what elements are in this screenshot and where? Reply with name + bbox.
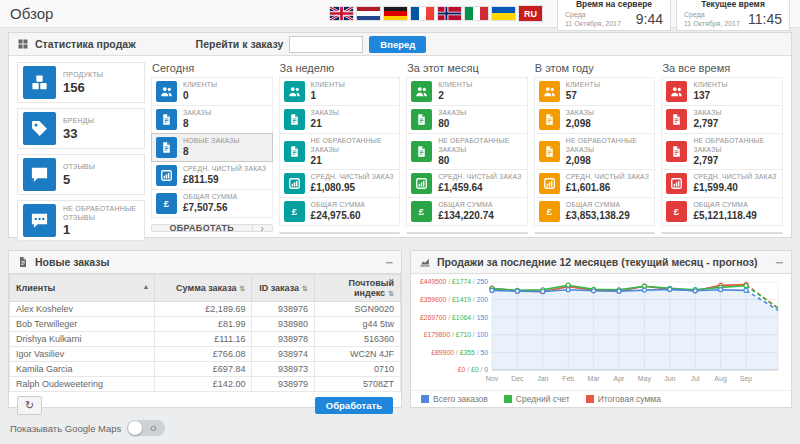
customers-icon (539, 81, 560, 102)
new-orders-title: Новые заказы (35, 256, 110, 268)
order-amount: £142.00 (154, 377, 252, 392)
collapse-icon[interactable]: − (385, 256, 393, 269)
total-brands[interactable]: БРЕНДЫ33 (17, 108, 145, 149)
stat-value: 80 (438, 155, 523, 167)
stat-orders[interactable]: ЗАКАЗЫ2,797 (661, 105, 783, 134)
stat-value: 2,797 (693, 118, 721, 130)
order-id: 938973 (252, 362, 315, 377)
stat-orders[interactable]: ЗАКАЗЫ2,098 (534, 105, 656, 134)
svg-text:£269700 / £1064 / 150: £269700 / £1064 / 150 (420, 314, 488, 321)
stat-text: НЕ ОБРАБОТАННЫЕ ЗАКАЗЫ2,797 (693, 137, 778, 166)
stat-avg-order[interactable]: СРЕДН. ЧИСТЫЙ ЗАКАЗ£1,459.64 (406, 169, 528, 198)
flag-no[interactable] (438, 7, 461, 20)
stat-orders[interactable]: ЗАКАЗЫ8 (151, 105, 273, 134)
stat-total-sum[interactable]: £ОБЩАЯ СУММА£7,507.56 (151, 189, 273, 218)
stat-label: СРЕДН. ЧИСТЫЙ ЗАКАЗ (311, 173, 394, 182)
svg-text:May: May (638, 375, 652, 383)
goto-order-button[interactable]: Вперед (369, 36, 426, 53)
stat-unprocessed-orders[interactable]: НЕ ОБРАБОТАННЫЕ ЗАКАЗЫ2,797 (661, 133, 783, 170)
period-action-button[interactable]: ПРОСМОТРЕТЬ› (534, 232, 656, 234)
column-header-0[interactable]: Клиенты▴ (10, 275, 155, 302)
stat-customers[interactable]: КЛИЕНТЫ2 (406, 77, 528, 106)
stat-avg-order[interactable]: СРЕДН. ЧИСТЫЙ ЗАКАЗ£1,599.40 (661, 169, 783, 198)
column-header-1[interactable]: Сумма заказа⇅ (154, 275, 252, 302)
total-products[interactable]: ПРОДУКТЫ156 (17, 62, 145, 103)
svg-text:£: £ (419, 206, 425, 217)
refresh-icon[interactable]: ↻ (17, 396, 42, 415)
svg-text:Nov: Nov (486, 375, 499, 382)
total-reviews[interactable]: ОТЗЫВЫ5 (17, 154, 145, 195)
period-title: В этом году (534, 62, 656, 78)
stat-avg-order[interactable]: СРЕДН. ЧИСТЫЙ ЗАКАЗ£1,080.95 (279, 169, 401, 198)
svg-text:£89900 / £355 / 50: £89900 / £355 / 50 (431, 349, 488, 356)
flag-ua[interactable] (492, 7, 515, 20)
stat-text: НЕ ОБРАБОТАННЫЕ ЗАКАЗЫ80 (438, 137, 523, 166)
column-header-3[interactable]: Почтовый индекс⇅ (314, 275, 400, 302)
order-row: Igor Vasiliev£766.08938974WC2N 4JF (10, 347, 401, 362)
flag-en-gb[interactable] (330, 7, 353, 20)
stat-customers[interactable]: КЛИЕНТЫ137 (661, 77, 783, 106)
stat-total-sum[interactable]: £ОБЩАЯ СУММА£24,975.60 (279, 197, 401, 226)
order-amount: £766.08 (154, 347, 252, 362)
svg-text:Jun: Jun (664, 375, 675, 382)
stat-label: СРЕДН. ЧИСТЫЙ ЗАКАЗ (693, 173, 776, 182)
stat-total-sum[interactable]: £ОБЩАЯ СУММА£5,121,118.49 (661, 197, 783, 226)
column-header-2[interactable]: ID заказа⇅ (252, 275, 315, 302)
stat-value: 33 (63, 126, 94, 141)
order-amount: £697.84 (154, 362, 252, 377)
stat-customers[interactable]: КЛИЕНТЫ57 (534, 77, 656, 106)
stat-value: 21 (311, 155, 396, 167)
stat-new-orders[interactable]: НОВЫЕ ЗАКАЗЫ8 (151, 133, 273, 162)
server-time-value: 9:44 (636, 11, 663, 27)
stat-avg-order[interactable]: СРЕДН. ЧИСТЫЙ ЗАКАЗ£1,601.86 (534, 169, 656, 198)
flag-it[interactable] (465, 7, 488, 20)
period-action-button[interactable]: ПРОСМОТРЕТЬ› (279, 232, 401, 234)
period-title: За все время (661, 62, 783, 78)
flag-de[interactable] (384, 7, 407, 20)
stat-unprocessed-orders[interactable]: НЕ ОБРАБОТАННЫЕ ЗАКАЗЫ21 (279, 133, 401, 170)
sales-line-chart: £0 / £0 / 0£89900 / £355 / 50£179800 / £… (416, 276, 784, 386)
stat-total-sum[interactable]: £ОБЩАЯ СУММА£134,220.74 (406, 197, 528, 226)
stat-customers[interactable]: КЛИЕНТЫ1 (279, 77, 401, 106)
sales-chart-header: Продажи за последние 12 месяцев (текущий… (411, 251, 791, 274)
stat-value: £1,599.40 (693, 182, 776, 194)
stat-value: £3,853,138.29 (566, 210, 630, 222)
order-customer: Kamila Garcia (10, 362, 155, 377)
stat-label: ОБЩАЯ СУММА (566, 201, 630, 210)
unprocessed-reviews-icon (23, 204, 56, 237)
google-maps-toggle[interactable]: O (127, 420, 165, 436)
legend-swatch-icon (504, 395, 512, 403)
flag-ru[interactable]: RU (519, 6, 542, 21)
process-orders-button[interactable]: Обработать (315, 397, 393, 414)
goto-order-input[interactable] (289, 36, 363, 53)
period-title: Сегодня (151, 62, 273, 78)
stat-customers[interactable]: КЛИЕНТЫ0 (151, 77, 273, 106)
stat-orders[interactable]: ЗАКАЗЫ21 (279, 105, 401, 134)
period-column-1: За неделюКЛИЕНТЫ1ЗАКАЗЫ21НЕ ОБРАБОТАННЫЕ… (279, 62, 401, 232)
period-column-4: За все времяКЛИЕНТЫ137ЗАКАЗЫ2,797НЕ ОБРА… (661, 62, 783, 232)
total-text: ОТЗЫВЫ5 (63, 162, 95, 186)
period-column-0: СегодняКЛИЕНТЫ0ЗАКАЗЫ8НОВЫЕ ЗАКАЗЫ8СРЕДН… (151, 62, 273, 232)
orders-icon (156, 109, 177, 130)
flag-fr[interactable] (411, 7, 434, 20)
stat-unprocessed-orders[interactable]: НЕ ОБРАБОТАННЫЕ ЗАКАЗЫ80 (406, 133, 528, 170)
total-sum-icon: £ (539, 201, 560, 222)
collapse-icon[interactable]: − (775, 256, 783, 269)
period-action-button[interactable]: ПРОСМОТРЕТЬ› (406, 232, 528, 234)
period-action-button[interactable]: ПРОСМОТРЕТЬ› (661, 232, 783, 234)
stat-orders[interactable]: ЗАКАЗЫ80 (406, 105, 528, 134)
avg-order-icon (411, 173, 432, 194)
stat-unprocessed-orders[interactable]: НЕ ОБРАБОТАННЫЕ ЗАКАЗЫ2,098 (534, 133, 656, 170)
total-unprocessed-reviews[interactable]: НЕ ОБРАБОТАННЫЕ ОТЗЫВЫ1 (17, 200, 145, 241)
stat-value: £7,507.56 (183, 202, 238, 214)
stat-avg-order[interactable]: СРЕДН. ЧИСТЫЙ ЗАКАЗ£811.59 (151, 161, 273, 190)
legend-swatch-icon (586, 395, 594, 403)
stat-text: СРЕДН. ЧИСТЫЙ ЗАКАЗ£811.59 (183, 165, 266, 185)
stat-total-sum[interactable]: £ОБЩАЯ СУММА£3,853,138.29 (534, 197, 656, 226)
stat-value: 21 (311, 118, 339, 130)
period-action-button[interactable]: ОБРАБОТАТЬ› (151, 224, 273, 232)
page-title: Обзор (10, 5, 53, 22)
flag-nl[interactable] (357, 7, 380, 20)
unprocessed-orders-icon (539, 141, 560, 162)
order-id: 938980 (252, 317, 315, 332)
